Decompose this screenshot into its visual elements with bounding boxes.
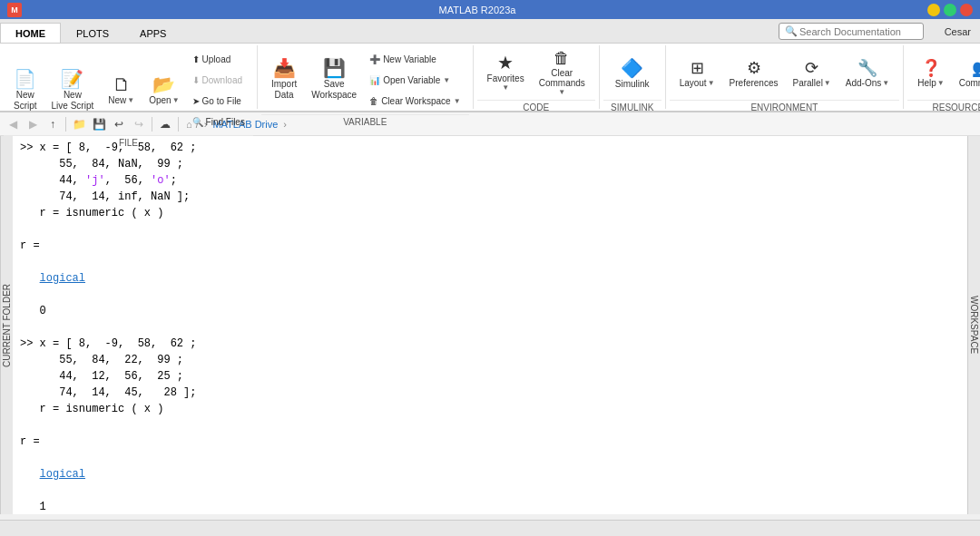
new-live-script-button[interactable]: 📝 NewLive Script: [45, 67, 101, 114]
open-button[interactable]: 📂 Open ▼: [142, 67, 185, 114]
save-workspace-label: SaveWorkspace: [311, 79, 357, 101]
add-ons-arrow: ▼: [882, 79, 889, 87]
ribbon-group-environment: ⊞ Layout ▼ ⚙ Preferences ⟳ Parallel ▼ 🔧: [666, 45, 905, 109]
console-line-10: r = isnumeric ( x ): [20, 401, 960, 417]
layout-label: Layout: [680, 78, 707, 88]
console-result-1: r =: [20, 238, 960, 254]
favorites-button[interactable]: ★ Favorites ▼: [481, 49, 531, 96]
open-label: Open: [149, 95, 171, 106]
open-icon: 📂: [152, 75, 175, 93]
console-blank-3: [20, 287, 960, 303]
user-menu[interactable]: Cesar: [939, 23, 976, 41]
console-blank-7: [20, 482, 960, 499]
clear-workspace-arrow: ▼: [454, 97, 461, 105]
new-live-script-label: NewLive Script: [52, 90, 94, 112]
window-title: MATLAB R2023a: [27, 5, 927, 15]
new-live-script-icon: 📝: [61, 70, 83, 88]
open-dropdown-arrow: ▼: [172, 96, 180, 104]
help-button[interactable]: ❓ Help ▼: [911, 49, 951, 96]
community-icon: 👥: [972, 58, 980, 78]
upload-label: Upload: [202, 54, 231, 64]
parallel-button[interactable]: ⟳ Parallel ▼: [787, 49, 838, 96]
resources-group-label: RESOURCES: [907, 100, 980, 113]
add-ons-button[interactable]: 🔧 Add-Ons ▼: [839, 49, 896, 96]
help-label: Help: [917, 78, 936, 88]
favorites-arrow: ▼: [502, 83, 509, 92]
new-icon: 🗋: [113, 75, 131, 93]
layout-icon: ⊞: [691, 58, 704, 78]
console-line-3: 44, 'j', 56, 'o';: [20, 172, 960, 189]
upload-button[interactable]: ⬆ Upload: [188, 49, 250, 69]
preferences-button[interactable]: ⚙ Preferences: [723, 49, 785, 96]
ribbon-group-simulink: 🔷 Simulink SIMULINK: [600, 45, 666, 109]
help-icon: ❓: [921, 58, 941, 78]
ribbon-group-file: 📄 NewScript 📝 NewLive Script 🗋 New ▼ 📂: [0, 45, 258, 109]
console-value-2: 1: [20, 499, 960, 514]
status-bar: [0, 520, 980, 536]
command-window[interactable]: >> x = [ 8, -9, 58, 62 ; 55, 84, NaN, 99…: [13, 136, 967, 514]
simulink-button[interactable]: 🔷 Simulink: [607, 49, 658, 96]
help-arrow: ▼: [937, 79, 945, 87]
resources-group-items: ❓ Help ▼ 👥 Community: [907, 47, 980, 98]
code-group-label: CODE: [477, 100, 595, 113]
main-layout: CURRENT FOLDER >> x = [ 8, -9, 58, 62 ; …: [0, 136, 980, 514]
console-line-5: r = isnumeric ( x ): [20, 205, 960, 221]
save-workspace-button[interactable]: 💾 SaveWorkspace: [305, 56, 363, 103]
download-icon: ⬇: [192, 75, 200, 85]
environment-group-items: ⊞ Layout ▼ ⚙ Preferences ⟳ Parallel ▼ 🔧: [670, 47, 900, 98]
workspace-panel[interactable]: WORKSPACE: [967, 136, 980, 514]
console-line-6: >> x = [ 8, -9, 58, 62 ;: [20, 336, 960, 352]
console-logical-2: logical: [20, 466, 960, 482]
download-button[interactable]: ⬇ Download: [188, 70, 250, 90]
prompt-2: >>: [20, 337, 40, 350]
app-logo: M: [7, 3, 22, 17]
console-blank-6: [20, 450, 960, 466]
new-button[interactable]: 🗋 New ▼: [102, 67, 141, 114]
maximize-button[interactable]: [944, 4, 956, 16]
find-files-icon: 🔍: [192, 117, 203, 127]
console-line-7: 55, 84, 22, 99 ;: [20, 352, 960, 368]
save-workspace-icon: 💾: [323, 59, 346, 77]
community-button[interactable]: 👥 Community: [953, 49, 980, 96]
minimize-button[interactable]: [927, 4, 940, 16]
new-script-button[interactable]: 📄 NewScript: [7, 67, 44, 114]
console-logical-1: logical: [20, 270, 960, 287]
layout-button[interactable]: ⊞ Layout ▼: [673, 49, 721, 96]
file-group-label: FILE: [4, 135, 253, 149]
close-button[interactable]: [960, 4, 973, 16]
tab-home[interactable]: HOME: [0, 23, 61, 43]
import-data-label: ImportData: [271, 79, 297, 101]
logical-link-2[interactable]: logical: [40, 468, 85, 481]
new-label: New: [108, 95, 126, 106]
go-to-file-button[interactable]: ➤ Go to File: [188, 91, 250, 111]
parallel-label: Parallel: [793, 78, 823, 88]
logical-link-1[interactable]: logical: [40, 272, 85, 285]
preferences-icon: ⚙: [747, 58, 761, 78]
file-group-items: 📄 NewScript 📝 NewLive Script 🗋 New ▼ 📂: [4, 47, 253, 133]
community-label: Community: [959, 78, 980, 88]
simulink-label: Simulink: [615, 79, 650, 89]
console-blank-2: [20, 254, 960, 270]
new-variable-button[interactable]: ➕ New Variable: [365, 49, 465, 69]
console-line-2: 55, 84, NaN, 99 ;: [20, 156, 960, 172]
tab-plots[interactable]: PLOTS: [61, 23, 124, 43]
console-line-9: 74, 14, 45, 28 ];: [20, 385, 960, 401]
console-blank-1: [20, 221, 960, 238]
find-files-button[interactable]: 🔍 Find Files: [188, 112, 250, 132]
ribbon-group-code: ★ Favorites ▼ 🗑 ClearCommands ▼ CODE: [474, 45, 600, 109]
tab-apps[interactable]: APPS: [124, 23, 181, 43]
code-group-items: ★ Favorites ▼ 🗑 ClearCommands ▼: [477, 47, 595, 98]
clear-commands-button[interactable]: 🗑 ClearCommands ▼: [533, 49, 592, 96]
upload-icon: ⬆: [192, 54, 200, 64]
new-variable-label: New Variable: [383, 54, 436, 64]
new-variable-icon: ➕: [369, 54, 380, 64]
import-data-button[interactable]: 📥 ImportData: [265, 56, 303, 103]
search-input[interactable]: [799, 26, 908, 37]
open-variable-button[interactable]: 📊 Open Variable ▼: [365, 70, 465, 90]
console-blank-4: [20, 319, 960, 336]
console-value-1: 0: [20, 303, 960, 319]
import-data-icon: 📥: [273, 59, 296, 77]
current-folder-panel[interactable]: CURRENT FOLDER: [0, 136, 13, 514]
clear-workspace-button[interactable]: 🗑 Clear Workspace ▼: [365, 91, 465, 111]
console-line-4: 74, 14, inf, NaN ];: [20, 189, 960, 205]
